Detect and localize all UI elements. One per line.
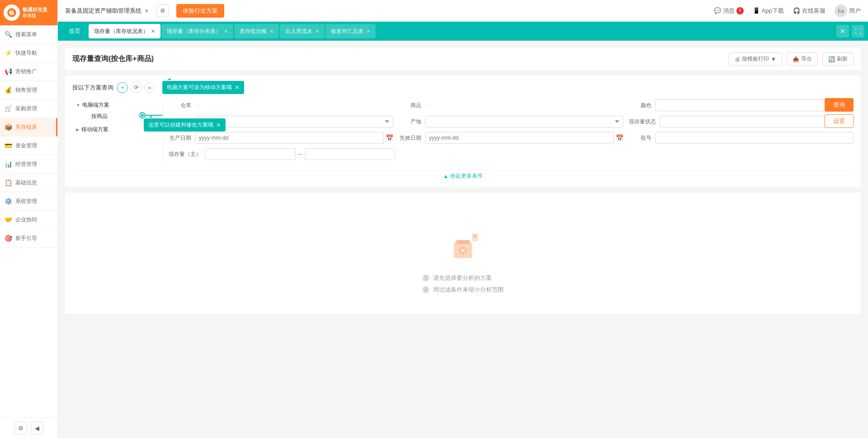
sidebar-item-inventory[interactable]: 📦 库存核算 [0, 118, 57, 137]
tab-batch-ledger[interactable]: 库存批次账 ✕ [234, 24, 279, 38]
tab-close-all-btn[interactable]: ✕ [836, 25, 849, 38]
tab-inventory-status[interactable]: 现存量（库存状况表） ✕ [89, 24, 160, 38]
system-name-text: 装备及固定资产辅助管理系统 [65, 7, 142, 15]
warehouse-label: 仓库 [169, 102, 191, 109]
expire-date-label: 失效日期 [399, 134, 421, 142]
tab-inventory-dist[interactable]: 现存量（库存分布表） ✕ [161, 24, 233, 38]
marketing-icon: 📢 [4, 67, 13, 76]
logo-icon: 畅 [4, 5, 20, 21]
app-name: 畅通好生意 [23, 6, 47, 13]
prod-date-calendar-icon[interactable]: 📅 [386, 134, 393, 141]
expire-date-start[interactable] [425, 132, 614, 144]
color-label: 颜色 [629, 102, 651, 109]
collapse-btn[interactable]: ▲ 收起更多条件 [443, 172, 483, 180]
prod-date-label: 生产日期 [169, 134, 191, 142]
expire-date-calendar-icon[interactable]: 📅 [616, 134, 623, 141]
user-area[interactable]: Ea 用户 [835, 5, 861, 17]
sidebar-item-quick-nav[interactable]: ⚡ 快捷导航 [0, 44, 57, 62]
tab-home[interactable]: 首页 [61, 24, 88, 38]
tab-close-inventory-dist[interactable]: ✕ [224, 28, 228, 34]
sidebar-item-sales[interactable]: 💰 销售管理 [0, 81, 57, 99]
tab-expand-btn[interactable]: ⛶ [852, 25, 864, 38]
qty-range-sep: — [297, 151, 303, 157]
pointer-line [145, 115, 163, 116]
pc-group-arrow: ▼ [76, 103, 80, 108]
online-support-btn[interactable]: 🎧 在线客服 [793, 7, 826, 15]
sidebar-item-operations[interactable]: 📊 经营管理 [0, 155, 57, 174]
chevron-down-icon: ▼ [771, 56, 776, 62]
filter-header-label: 按以下方案查询 [72, 84, 113, 92]
enterprise-icon: 🤝 [4, 215, 13, 224]
sidebar-item-enterprise[interactable]: 🤝 企业协同 [0, 211, 57, 229]
operations-icon: 📊 [4, 160, 13, 169]
prev-scheme-btn[interactable]: « [144, 82, 155, 93]
main-area: 装备及固定资产辅助管理系统 ▼ ⚙ 体验行业方案 💬 消息 9 📱 App下载 … [58, 0, 868, 438]
empty-illustration [445, 229, 481, 265]
messages-btn[interactable]: 💬 消息 9 [714, 7, 744, 15]
sidebar-item-finance[interactable]: 💳 资金管理 [0, 137, 57, 155]
sidebar-item-purchase[interactable]: 🛒 采购管理 [0, 99, 57, 118]
settings-btn[interactable]: ⚙ [14, 422, 27, 434]
tooltip2-close-btn[interactable]: ✕ [216, 122, 221, 128]
inventory-icon: 📦 [4, 122, 13, 132]
purchase-icon: 🛒 [4, 104, 13, 113]
sidebar-item-marketing[interactable]: 📢 营销推广 [0, 62, 57, 81]
user-avatar: Ea [835, 5, 847, 17]
search-btn[interactable]: 查询 [825, 98, 854, 112]
tab-in-out-flow[interactable]: 出入库流水 ✕ [280, 24, 325, 38]
filter-row-2: 尺码 产地 现存量状态 [169, 116, 854, 127]
global-settings-btn[interactable]: ⚙ [156, 5, 169, 17]
collapse-row: ▲ 收起更多条件 [72, 170, 854, 182]
batch-input[interactable] [655, 132, 854, 144]
guide-icon: 🎯 [4, 234, 13, 243]
filter-color: 颜色 [629, 99, 854, 111]
filter-prod-date: 生产日期 📅 [169, 132, 393, 144]
origin-select[interactable] [425, 116, 623, 127]
prod-date-start[interactable] [195, 132, 384, 144]
search-btn-group: 查询 设置 [825, 98, 854, 128]
export-btn[interactable]: 📤 导出 [787, 52, 818, 66]
filter-qty: 现存量（主） — [169, 148, 395, 160]
app-download-btn[interactable]: 📱 App下载 [753, 7, 784, 15]
tab-bar: 首页 现存量（库存状况表） ✕ 现存量（库存分布表） ✕ 库存批次账 ✕ 出入库… [58, 22, 868, 41]
sidebar-bottom: ⚙ ◀ [0, 418, 57, 438]
reset-btn[interactable]: 设置 [825, 114, 854, 128]
refresh-btn[interactable]: 🔄 刷新 [822, 52, 854, 66]
tab-close-inventory-status[interactable]: ✕ [151, 28, 155, 34]
edit-scheme-btn[interactable]: ⟳ [131, 82, 142, 93]
app-logo: 畅 畅通好生意 标准版 [0, 0, 57, 25]
sidebar-item-search[interactable]: 🔍 搜索菜单 [0, 25, 57, 44]
collapse-up-icon: ▲ [443, 173, 448, 179]
goods-label: 商品 [399, 102, 421, 109]
tooltip1-close-btn[interactable]: ✕ [235, 84, 240, 91]
empty-text: 1 请先选择要分析的方案 2 用过滤条件来缩小分析范围 [422, 272, 504, 296]
sidebar: 畅 畅通好生意 标准版 🔍 搜索菜单 ⚡ 快捷导航 📢 营销推广 💰 销售管理 … [0, 0, 58, 438]
qty-label: 现存量（主） [169, 151, 201, 158]
quick-nav-icon: ⚡ [4, 48, 13, 57]
tab-close-batch-ledger[interactable]: ✕ [269, 28, 274, 34]
scheme-pc-group[interactable]: ▼ 电脑端方案 [72, 99, 154, 111]
color-select[interactable] [655, 99, 854, 111]
qty-max-input[interactable] [305, 148, 396, 160]
trial-btn[interactable]: 体验行业方案 [176, 4, 224, 18]
phone-icon: 📱 [753, 7, 760, 14]
sidebar-item-guide[interactable]: 🎯 新手引导 [0, 229, 57, 248]
sidebar-item-base-info[interactable]: 📋 基础信息 [0, 174, 57, 192]
system-chevron-icon: ▼ [144, 8, 149, 14]
finance-icon: 💳 [4, 141, 13, 150]
qty-min-input[interactable] [205, 148, 296, 160]
tab-close-recv-send[interactable]: ✕ [366, 28, 370, 34]
template-print-btn[interactable]: 🖨 按模板打印 ▼ [729, 52, 782, 66]
tab-close-in-out-flow[interactable]: ✕ [315, 28, 319, 34]
page-title-bar: 现存量查询(按仓库+商品) 🖨 按模板打印 ▼ 📤 导出 🔄 刷新 [65, 48, 861, 70]
filter-expire-date: 失效日期 📅 [399, 132, 623, 144]
collapse-sidebar-btn[interactable]: ◀ [31, 422, 43, 434]
mobile-group-arrow: ▶ [76, 127, 80, 132]
add-scheme-btn[interactable]: + [117, 82, 128, 93]
sidebar-item-system[interactable]: ⚙️ 系统管理 [0, 192, 57, 211]
goods-dotdot: ··· [425, 102, 430, 109]
filter-origin: 产地 [399, 116, 623, 127]
refresh-icon: 🔄 [828, 56, 835, 62]
svg-point-8 [474, 235, 476, 238]
tab-recv-send[interactable]: 收发存汇总表 ✕ [326, 24, 376, 38]
